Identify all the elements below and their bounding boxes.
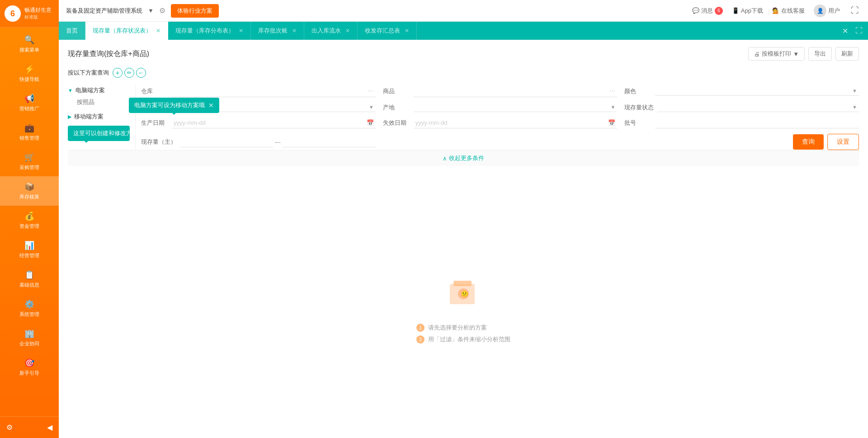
gear-icon[interactable]: ⚙ <box>159 6 165 15</box>
sidebar-item-quick-nav[interactable]: ⚡ 快捷导航 <box>0 59 59 88</box>
sidebar-item-finance[interactable]: 💰 资金管理 <box>0 206 59 235</box>
stock-status-label: 现存量状态 <box>624 104 654 112</box>
system-selector[interactable]: ▼ <box>148 7 154 14</box>
empty-state: 😕 1 请先选择要分析的方案 2 用「过滤」条件来缩小分析范围 <box>59 173 868 438</box>
edit-scheme-button[interactable]: ✏ <box>124 68 134 78</box>
goods-input[interactable]: ··· <box>414 85 618 97</box>
warehouse-input[interactable]: ··· <box>172 85 376 97</box>
color-label: 颜色 <box>624 87 651 95</box>
tab-home[interactable]: 首页 <box>59 22 85 40</box>
filter-row-4: 现存量（主） — 查询 设置 <box>141 134 859 150</box>
message-badge: 6 <box>715 7 723 15</box>
tab-close-all-icon[interactable]: ✕ <box>840 25 850 37</box>
tab-close-icon[interactable]: ✕ <box>405 28 409 34</box>
tab-close-icon[interactable]: ✕ <box>239 28 243 34</box>
operation-icon: 📊 <box>24 240 34 250</box>
print-button[interactable]: 🖨 按模板打印 ▼ <box>748 47 805 61</box>
sidebar-item-basic[interactable]: 📋 基础信息 <box>0 264 59 294</box>
chevron-down-icon: ▼ <box>148 7 154 14</box>
tab-label: 收发存汇总表 <box>365 27 400 35</box>
tab-close-icon[interactable]: ✕ <box>292 28 297 34</box>
tab-label: 现存量（库存状况表） <box>93 27 151 35</box>
scheme-item[interactable]: 按照品 <box>68 97 130 108</box>
filter-row-1: 仓库 ··· 商品 <box>141 85 859 97</box>
fullscreen-icon[interactable]: ⛶ <box>849 4 861 17</box>
sidebar-item-system[interactable]: ⚙️ 系统管理 <box>0 294 59 323</box>
sidebar-item-label: 新手引导 <box>19 370 39 377</box>
message-button[interactable]: 💬 消息 6 <box>692 7 723 15</box>
collapse-bar[interactable]: ∧ 收起更多条件 <box>68 150 859 166</box>
export-button[interactable]: 导出 <box>808 47 832 61</box>
online-service-button[interactable]: 💁 在线客服 <box>772 7 805 15</box>
prod-date-input[interactable]: yyyy-mm-dd 📅 <box>172 118 376 128</box>
stock-qty-max-input[interactable] <box>283 137 376 147</box>
calendar-icon[interactable]: 📅 <box>608 119 615 126</box>
tab-in-out-flow[interactable]: 出入库流水 ✕ <box>304 22 358 40</box>
sidebar-bottom: ⚙ ◀ <box>0 416 59 438</box>
filter-field-stock-qty: 现存量（主） — <box>141 137 376 147</box>
logo-text: 畅通好生意 <box>24 7 52 14</box>
sidebar-item-inventory[interactable]: 📦 库存核算 <box>0 176 59 206</box>
query-section: 现存量查询(按仓库+商品) 🖨 按模板打印 ▼ 导出 刷新 按以下方案查询 <box>59 40 868 173</box>
filter-area: 按以下方案查询 + ✏ ← 电脑方案可设为移动方案哦 ✕ <box>68 68 859 150</box>
system-icon: ⚙️ <box>24 299 34 309</box>
mobile-icon: 📱 <box>732 7 739 14</box>
user-menu[interactable]: 👤 用户 <box>814 5 840 17</box>
sidebar-item-sales[interactable]: 💼 销售管理 <box>0 118 59 147</box>
sidebar-logo: 6 畅通好生意 标准版 <box>0 0 59 28</box>
prev-scheme-button[interactable]: ← <box>136 68 146 78</box>
mobile-scheme-header[interactable]: ▶ 移动端方案 <box>68 111 130 122</box>
stock-status-select[interactable]: ▼ <box>657 103 859 112</box>
desktop-scheme-label: 电脑端方案 <box>75 86 105 94</box>
tab-batch-ledger[interactable]: 库存批次账 ✕ <box>251 22 304 40</box>
stock-qty-min-input[interactable] <box>180 137 273 147</box>
refresh-button[interactable]: 刷新 <box>835 47 859 61</box>
expire-date-input[interactable]: yyyy-mm-dd 📅 <box>414 118 618 128</box>
experience-button[interactable]: 体验行业方案 <box>171 4 219 18</box>
filter-field-goods: 商品 ··· <box>383 85 618 97</box>
header-right: 💬 消息 6 📱 App下载 💁 在线客服 👤 用户 ⛶ <box>692 4 861 17</box>
settings-button[interactable]: ⚙ <box>5 421 14 433</box>
tab-label: 现存量（库存分布表） <box>175 27 234 35</box>
tab-fullscreen-icon[interactable]: ⛶ <box>854 25 864 37</box>
color-select[interactable]: ▼ <box>655 86 859 96</box>
search-button[interactable]: 查询 <box>793 134 824 150</box>
query-title-area: 现存量查询(按仓库+商品) 🖨 按模板打印 ▼ 导出 刷新 <box>68 47 859 61</box>
add-scheme-button[interactable]: + <box>113 68 123 78</box>
print-dropdown-icon: ▼ <box>793 51 799 57</box>
prod-date-label: 生产日期 <box>141 119 168 127</box>
add-icon: + <box>116 69 119 76</box>
reset-button[interactable]: 设置 <box>827 134 859 150</box>
app-download-button[interactable]: 📱 App下载 <box>732 7 763 15</box>
tab-inventory-status[interactable]: 现存量（库存状况表） ✕ <box>85 22 168 40</box>
desktop-scheme-header[interactable]: ▼ 电脑端方案 <box>68 85 130 96</box>
sidebar-item-operation[interactable]: 📊 经营管理 <box>0 235 59 264</box>
calendar-icon[interactable]: 📅 <box>367 119 374 126</box>
tab-recv-send-summary[interactable]: 收发存汇总表 ✕ <box>358 22 417 40</box>
scheme-popup: 电脑方案可设为移动方案哦 ✕ <box>129 98 219 113</box>
scheme-edit-close[interactable]: ✕ <box>147 130 153 137</box>
expire-date-placeholder: yyyy-mm-dd <box>415 119 448 126</box>
sidebar-item-label: 销售管理 <box>19 135 39 141</box>
sidebar-item-enterprise[interactable]: 🏢 企业协同 <box>0 323 59 353</box>
scheme-popup-close[interactable]: ✕ <box>208 102 214 109</box>
origin-select[interactable]: ▼ <box>414 103 618 112</box>
sidebar-item-newbie[interactable]: 🎯 新手引导 <box>0 353 59 382</box>
batch-no-input[interactable] <box>655 118 859 128</box>
filter-field-origin: 产地 ▼ <box>383 103 618 112</box>
system-title: 装备及固定资产辅助管理系统 <box>66 7 142 15</box>
expire-date-label: 失效日期 <box>383 119 410 127</box>
collapse-sidebar-button[interactable]: ◀ <box>45 421 54 433</box>
tab-inventory-dist[interactable]: 现存量（库存分布表） ✕ <box>168 22 251 40</box>
sidebar-item-purchase[interactable]: 🛒 采购管理 <box>0 147 59 176</box>
sidebar-item-label: 企业协同 <box>19 340 39 347</box>
filter-right: 仓库 ··· 商品 <box>141 85 859 150</box>
tab-close-icon[interactable]: ✕ <box>156 28 160 34</box>
service-icon: 💁 <box>772 7 779 14</box>
user-label: 用户 <box>828 7 840 15</box>
tab-close-icon[interactable]: ✕ <box>345 28 350 34</box>
sidebar-item-label: 营销推广 <box>19 105 39 112</box>
sidebar-item-search-menu[interactable]: 🔍 搜索菜单 <box>0 29 59 59</box>
sidebar-item-marketing[interactable]: 📢 营销推广 <box>0 88 59 118</box>
filter-header-row: 按以下方案查询 + ✏ ← 电脑方案可设为移动方案哦 ✕ <box>68 68 859 78</box>
